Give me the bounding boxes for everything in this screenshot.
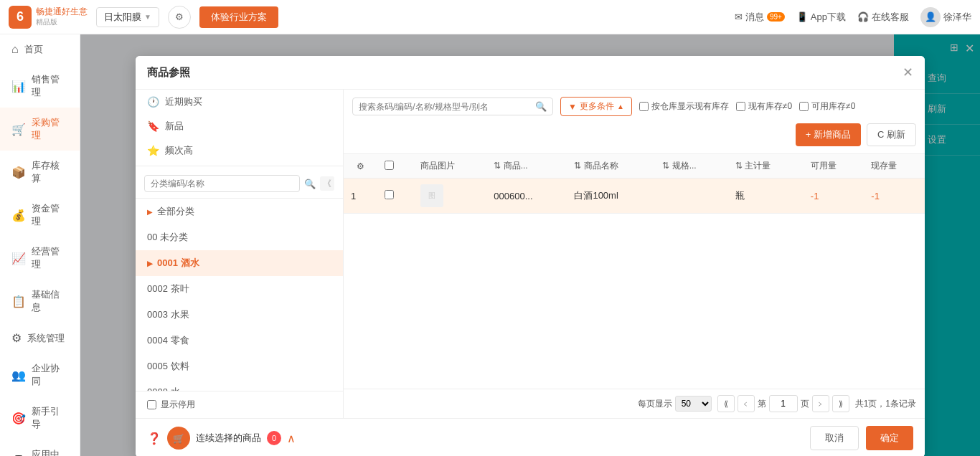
more-filter-button[interactable]: ▼ 更多条件 ▲ <box>560 97 632 116</box>
category-item-water[interactable]: 0008 水 <box>136 379 343 391</box>
td-checkbox <box>377 179 413 214</box>
footer-left: ❓ 🛒 连续选择的商品 0 ∧ <box>147 427 296 450</box>
gear-icon[interactable]: ⚙ <box>168 6 191 29</box>
confirm-button[interactable]: 确定 <box>866 426 913 450</box>
category-search-icon[interactable]: 🔍 <box>304 179 316 189</box>
category-list: ▶ 全部分类 00 未分类 ▶ 0001 酒水 0002 茶 <box>136 199 343 391</box>
product-data-table: ⚙ 商品图片 <box>344 154 925 214</box>
category-item-all[interactable]: ▶ 全部分类 <box>136 199 343 224</box>
content-area: ⊞ ✕ 查询 刷新 设置 商品参照 ✕ <box>80 34 980 456</box>
product-lookup-modal: 商品参照 ✕ 🕐 近期购买 🔖 <box>136 56 925 456</box>
available-stock-checkbox[interactable] <box>799 102 809 111</box>
th-stock: 现存量 <box>864 154 925 179</box>
sidebar-item-home[interactable]: ⌂ 首页 <box>0 34 80 65</box>
current-stock-filter[interactable]: 现有库存≠0 <box>736 100 792 113</box>
td-available: -1 <box>804 179 864 214</box>
modal-overlay: 商品参照 ✕ 🕐 近期购买 🔖 <box>80 34 980 456</box>
td-img: 图 <box>413 179 487 214</box>
row-checkbox[interactable] <box>385 190 394 199</box>
prev-page-btn[interactable]: ﹤ <box>738 395 755 412</box>
high-frequency-tab[interactable]: ⭐ 频次高 <box>136 138 343 163</box>
table-row[interactable]: 1 图 000600... <box>344 179 925 214</box>
th-settings: ⚙ <box>344 154 377 179</box>
td-code: 000600... <box>486 179 567 214</box>
modal-close-icon[interactable]: ✕ <box>903 65 913 80</box>
cancel-button[interactable]: 取消 <box>810 426 859 450</box>
experience-button[interactable]: 体验行业方案 <box>199 6 278 28</box>
refresh-button[interactable]: C 刷新 <box>867 123 916 146</box>
sidebar-item-sales[interactable]: 📊 销售管理 <box>0 65 80 108</box>
sidebar-item-finance[interactable]: 💰 资金管理 <box>0 194 80 237</box>
sidebar-item-guide[interactable]: 🎯 新手引导 <box>0 396 80 440</box>
th-img: 商品图片 <box>413 154 487 179</box>
th-spec[interactable]: ⇅ 规格... <box>655 154 728 179</box>
product-search-box: 🔍 <box>352 98 553 115</box>
sidebar-item-apps[interactable]: 📱 应用中心 <box>0 440 80 456</box>
collapse-button[interactable]: 《 <box>320 176 334 191</box>
filter-icon: ▼ <box>568 102 577 112</box>
next-page-btn[interactable]: ﹥ <box>812 395 829 412</box>
modal-footer: ❓ 🛒 连续选择的商品 0 ∧ 取消 确定 <box>136 418 925 456</box>
th-checkbox <box>377 154 413 179</box>
sales-icon: 📊 <box>11 80 26 93</box>
warehouse-stock-checkbox[interactable] <box>639 102 649 111</box>
page-size-dropdown[interactable]: 50 100 200 <box>675 396 712 412</box>
avatar: 👤 <box>920 7 941 27</box>
first-page-btn[interactable]: ⟪ <box>717 395 735 412</box>
th-name[interactable]: ⇅ 商品名称 <box>567 154 655 179</box>
add-product-button[interactable]: + 新增商品 <box>796 123 861 146</box>
finance-icon: 💰 <box>11 209 26 222</box>
sidebar-item-basic-info[interactable]: 📋 基础信息 <box>0 280 80 323</box>
td-unit: 瓶 <box>728 179 804 214</box>
category-item-fruit[interactable]: 0003 水果 <box>136 302 343 328</box>
th-code[interactable]: ⇅ 商品... <box>486 154 567 179</box>
category-item-beverage[interactable]: 0005 饮料 <box>136 353 343 379</box>
product-search-input[interactable] <box>359 102 531 112</box>
available-stock-filter[interactable]: 可用库存≠0 <box>799 100 855 113</box>
sidebar-item-business[interactable]: 📈 经营管理 <box>0 237 80 280</box>
last-page-btn[interactable]: ⟫ <box>832 395 849 412</box>
category-item-tea[interactable]: 0002 茶叶 <box>136 276 343 302</box>
show-disabled-label[interactable]: 显示停用 <box>147 399 331 411</box>
category-item-snack[interactable]: 0004 零食 <box>136 328 343 353</box>
category-search-input[interactable] <box>144 175 300 192</box>
warehouse-stock-filter[interactable]: 按仓库显示现有库存 <box>639 100 729 113</box>
home-icon: ⌂ <box>11 43 19 56</box>
enterprise-icon: 👥 <box>11 369 26 382</box>
page-number-input[interactable] <box>769 395 798 412</box>
help-icon[interactable]: ❓ <box>147 432 161 445</box>
guide-icon: 🎯 <box>11 412 26 425</box>
user-nav-item[interactable]: 👤 徐泽华 <box>920 7 971 27</box>
recent-buy-tab[interactable]: 🕐 近期购买 <box>136 90 343 114</box>
table-settings-icon[interactable]: ⚙ <box>357 161 364 171</box>
page-nav: ⟪ ﹤ 第 页 ﹥ ⟫ <box>717 395 849 412</box>
category-item-liquor[interactable]: ▶ 0001 酒水 <box>136 250 343 276</box>
sidebar-item-system[interactable]: ⚙ 系统管理 <box>0 323 80 353</box>
modal-body: 🕐 近期购买 🔖 新品 ⭐ 频次高 <box>136 90 925 418</box>
select-all-checkbox[interactable] <box>385 161 394 170</box>
online-service-nav-item[interactable]: 🎧 在线客服 <box>857 11 909 24</box>
sidebar-item-inventory[interactable]: 📦 库存核算 <box>0 151 80 194</box>
message-nav-item[interactable]: ✉ 消息 99+ <box>735 11 785 24</box>
inventory-icon: 📦 <box>11 166 26 179</box>
show-disabled-checkbox[interactable] <box>147 400 156 409</box>
product-search-icon[interactable]: 🔍 <box>535 101 547 112</box>
new-products-tab[interactable]: 🔖 新品 <box>136 114 343 138</box>
nav-selector[interactable]: 日太阳膜 ▼ <box>96 7 159 27</box>
recent-tabs: 🕐 近期购买 🔖 新品 ⭐ 频次高 <box>136 90 343 163</box>
current-stock-checkbox[interactable] <box>736 102 745 111</box>
th-unit[interactable]: ⇅ 主计量 <box>728 154 804 179</box>
sidebar-item-enterprise[interactable]: 👥 企业协同 <box>0 353 80 396</box>
headset-icon: 🎧 <box>857 11 869 22</box>
sidebar-item-purchase[interactable]: 🛒 采购管理 <box>0 108 80 151</box>
logo-area: 6 畅捷通好生意 精品版 <box>9 6 88 29</box>
category-item-unclassified[interactable]: 00 未分类 <box>136 224 343 250</box>
cart-icon[interactable]: 🛒 <box>167 427 190 450</box>
info-icon: 📋 <box>11 295 26 308</box>
collapse-footer-icon[interactable]: ∧ <box>287 432 296 445</box>
sort-up-code: ⇅ <box>494 161 501 171</box>
page-size-select: 每页显示 50 100 200 <box>638 396 712 412</box>
star-icon: ⭐ <box>147 145 159 156</box>
app-download-nav-item[interactable]: 📱 App下载 <box>796 11 846 24</box>
arrow-active-icon: ▶ <box>147 260 153 267</box>
